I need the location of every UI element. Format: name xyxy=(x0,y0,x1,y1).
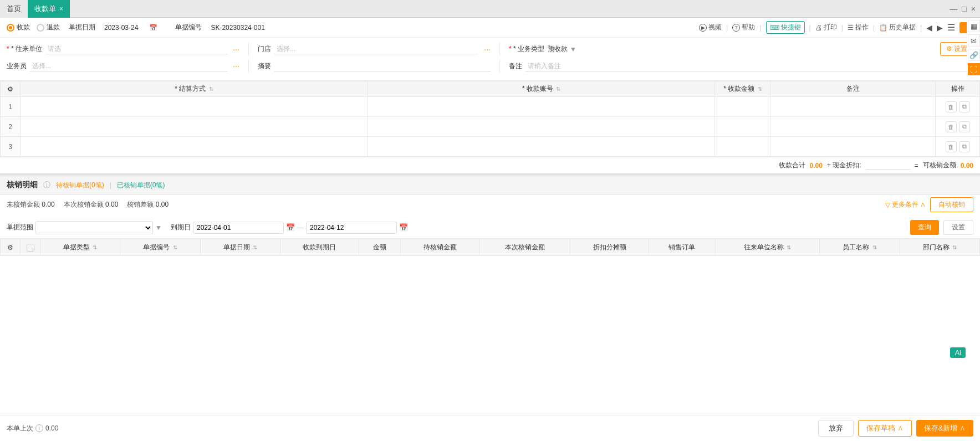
counterpart-input[interactable] xyxy=(45,44,227,54)
print-btn[interactable]: 🖨 打印 xyxy=(815,23,837,32)
remark-input[interactable] xyxy=(525,61,973,71)
footer-info-icon[interactable]: i xyxy=(35,424,43,432)
filter-settings-button[interactable]: 设置 xyxy=(943,220,973,235)
salesman-more-icon[interactable]: ··· xyxy=(233,61,239,70)
save-draft-label: 保存草稿 ∧ xyxy=(866,423,904,433)
row-1-delete-icon[interactable]: 🗑 xyxy=(946,101,957,112)
row-1-payment-method[interactable] xyxy=(21,97,368,117)
row-3-delete-icon[interactable]: 🗑 xyxy=(946,141,957,152)
range-select[interactable] xyxy=(35,221,153,234)
help-btn[interactable]: ? 帮助 xyxy=(732,23,755,32)
video-icon: ▶ xyxy=(699,24,707,32)
operation-btn[interactable]: ☰ 操作 xyxy=(848,23,869,32)
shop-more-icon[interactable]: ··· xyxy=(484,45,491,54)
btcol-gear[interactable]: ⚙ xyxy=(1,239,21,256)
btcol-staff-name[interactable]: 员工名称 ⇅ xyxy=(820,239,900,256)
save-draft-button[interactable]: 保存草稿 ∧ xyxy=(858,420,912,437)
pending-tab[interactable]: 待核销单据(0笔) xyxy=(56,181,104,190)
col-payment-method[interactable]: * 结算方式 ⇅ xyxy=(21,81,368,97)
discount-label: + 现金折扣: xyxy=(827,161,861,170)
shop-input[interactable] xyxy=(274,44,478,54)
query-button[interactable]: 查询 xyxy=(910,220,939,235)
date-to-input[interactable] xyxy=(306,222,397,234)
video-btn[interactable]: ▶ 视频 xyxy=(699,23,722,32)
prev-btn[interactable]: ◀ xyxy=(926,23,932,32)
row-2-delete-icon[interactable]: 🗑 xyxy=(946,121,957,132)
business-type-field: * 业务类型 预收款 ▼ ⚙ 设置 xyxy=(509,42,973,56)
radio-receive-dot xyxy=(7,24,14,32)
btcol-counterpart-name[interactable]: 往来单位名称 ⇅ xyxy=(715,239,820,256)
date-value: 2023-03-24 xyxy=(104,24,138,32)
btcol-bill-date[interactable]: 单据日期 ⇅ xyxy=(200,239,280,256)
col-account-no[interactable]: * 收款账号 ⇅ xyxy=(368,81,715,97)
col-remark: 备注 xyxy=(770,81,936,97)
row-2-amount[interactable] xyxy=(715,117,770,137)
maximize-button[interactable]: □ xyxy=(962,4,966,13)
row-2-remark[interactable] xyxy=(770,117,936,137)
history-btn[interactable]: 📋 历史单据 xyxy=(879,23,916,32)
row-1-actions: 🗑 ⧉ xyxy=(936,97,980,117)
table-row: 3 🗑 ⧉ xyxy=(1,137,980,157)
done-tab[interactable]: 已核销单据(0笔) xyxy=(117,181,165,190)
tab-receipt[interactable]: 收款单 × xyxy=(28,0,70,18)
tab-close-icon[interactable]: × xyxy=(59,5,63,13)
btcol-dept-name[interactable]: 部门名称 ⇅ xyxy=(900,239,979,256)
form-row-2: 业务员 ··· 摘要 备注 xyxy=(7,59,973,73)
layout-icon[interactable]: ☰ xyxy=(947,22,955,33)
sidebar-attachment-icon[interactable]: 🔗 xyxy=(968,49,980,61)
shortcut-btn[interactable]: ⌨ 快捷键 xyxy=(766,21,805,34)
counterpart-more-icon[interactable]: ··· xyxy=(233,45,239,54)
ai-badge[interactable]: Ai xyxy=(950,347,966,358)
row-1-account-no[interactable] xyxy=(368,97,715,117)
sidebar-email-icon[interactable]: ✉ xyxy=(968,34,980,47)
row-2-copy-icon[interactable]: ⧉ xyxy=(959,121,970,132)
date-label: 单据日期 xyxy=(69,23,95,32)
equal-label: = xyxy=(915,162,918,170)
row-1-remark[interactable] xyxy=(770,97,936,117)
radio-receive[interactable]: 收款 xyxy=(7,23,30,32)
unchecked-label: 未核销金额 xyxy=(7,201,40,208)
close-button[interactable]: × xyxy=(971,4,976,13)
sidebar-table-icon[interactable]: ▦ xyxy=(968,20,980,32)
history-icon: 📋 xyxy=(879,24,887,32)
row-3-amount[interactable] xyxy=(715,137,770,157)
save-new-button[interactable]: 保存&新增 ∧ xyxy=(916,420,973,437)
select-all-checkbox[interactable] xyxy=(27,244,34,252)
row-1-copy-icon[interactable]: ⧉ xyxy=(959,101,970,112)
col-gear[interactable]: ⚙ xyxy=(1,81,21,97)
current-verify-value: 0.00 xyxy=(105,201,118,208)
col-amount[interactable]: * 收款金额 ⇅ xyxy=(715,81,770,97)
verification-section-header: 核销明细 ⓘ 待核销单据(0笔) | 已核销单据(0笔) xyxy=(0,173,980,195)
row-2-account-no[interactable] xyxy=(368,117,715,137)
auto-verify-btn[interactable]: 自动核销 xyxy=(930,197,973,212)
shop-label: 门店 xyxy=(258,44,271,54)
next-btn[interactable]: ▶ xyxy=(937,23,943,32)
row-3-remark[interactable] xyxy=(770,137,936,157)
row-3-account-no[interactable] xyxy=(368,137,715,157)
row-2-payment-method[interactable] xyxy=(21,117,368,137)
minimize-button[interactable]: — xyxy=(950,4,957,13)
row-3-copy-icon[interactable]: ⧉ xyxy=(959,141,970,152)
sidebar-expand-icon[interactable]: ⛶ xyxy=(968,63,980,75)
radio-refund[interactable]: 退款 xyxy=(37,23,60,32)
discount-input[interactable] xyxy=(866,161,910,170)
btcol-bill-type[interactable]: 单据类型 ⇅ xyxy=(40,239,120,256)
operation-icon: ☰ xyxy=(848,24,854,32)
calendar-icon[interactable]: 📅 xyxy=(149,24,157,32)
abandon-button[interactable]: 放弃 xyxy=(818,420,854,437)
verification-info-icon[interactable]: ⓘ xyxy=(43,180,50,190)
row-3-payment-method[interactable] xyxy=(21,137,368,157)
tab-home[interactable]: 首页 xyxy=(0,0,28,18)
business-type-select[interactable]: 预收款 ▼ xyxy=(548,44,576,54)
btcol-bill-no[interactable]: 单据编号 ⇅ xyxy=(120,239,200,256)
more-conditions-btn[interactable]: ▽ 更多条件 ∧ xyxy=(885,200,926,209)
row-1-amount[interactable] xyxy=(715,97,770,117)
salesman-input[interactable] xyxy=(30,61,227,71)
shortcut-label: 快捷键 xyxy=(781,23,801,32)
bottom-table: ⚙ 单据类型 ⇅ 单据编号 ⇅ 单据日期 ⇅ xyxy=(0,239,980,256)
btcol-checkbox[interactable] xyxy=(21,239,40,256)
summary-input[interactable] xyxy=(274,61,491,71)
date-from-cal-icon[interactable]: 📅 xyxy=(286,223,295,232)
date-from-input[interactable] xyxy=(193,222,284,234)
date-to-cal-icon[interactable]: 📅 xyxy=(399,223,408,232)
